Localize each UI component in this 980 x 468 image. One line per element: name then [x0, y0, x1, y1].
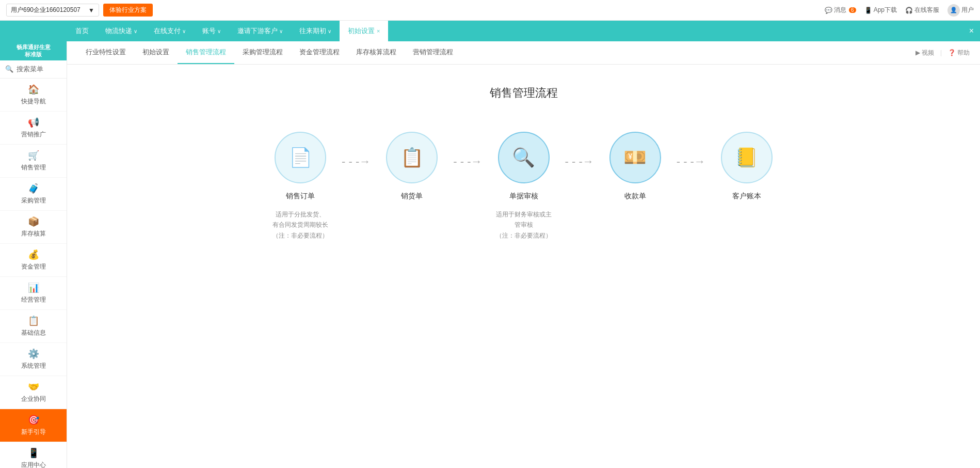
flow-arrow-2: - - -→ [453, 132, 482, 168]
logo-line1: 畅库通好生意 [17, 43, 51, 51]
search-icon: 🔍 [5, 65, 13, 73]
step-circle-销货单[interactable]: 📋 [386, 132, 438, 183]
subtab-库存核算流程[interactable]: 库存核算流程 [348, 41, 405, 64]
sidebar-item-finance[interactable]: 💰资金管理 [0, 244, 67, 277]
quick-nav-icon: 🏠 [28, 84, 39, 95]
step-circle-单据审核[interactable]: 🔍 [498, 132, 550, 183]
sidebar-item-system[interactable]: ⚙️系统管理 [0, 343, 67, 376]
finance-icon: 💰 [28, 249, 39, 260]
inventory-icon: 📦 [28, 216, 39, 227]
sidebar-item-operations[interactable]: 📊经营管理 [0, 277, 67, 310]
step-circle-销售订单[interactable]: 📄 [275, 132, 326, 183]
sidebar-logo: 畅库通好生意 标准版 [0, 41, 67, 60]
step-circle-收款单[interactable]: 💴 [609, 132, 661, 183]
flow-step-客户账本: 📒客户账本 [705, 132, 788, 201]
video-link[interactable]: ▶ 视频 [915, 49, 934, 57]
subtab-初始设置[interactable]: 初始设置 [134, 41, 178, 64]
trial-button[interactable]: 体验行业方案 [103, 4, 153, 17]
help-link[interactable]: ❓ 帮助 [948, 49, 970, 57]
user-selector[interactable]: 用户690企业1660120507 ▼ [6, 4, 99, 17]
subtab-行业特性设置[interactable]: 行业特性设置 [77, 41, 134, 64]
user-item[interactable]: 👤 用户 [947, 4, 974, 17]
navbar: 首页物流快递 ∨在线支付 ∨账号 ∨邀请下游客户 ∨往来期初 ∨初始设置 × × [0, 21, 980, 41]
online-service-item[interactable]: 🎧 在线客服 [905, 6, 939, 14]
sidebar-items: 🏠快捷导航📢营销推广🛒销售管理🧳采购管理📦库存核算💰资金管理📊经营管理📋基础信息… [0, 79, 67, 468]
step-name-销售订单: 销售订单 [286, 192, 315, 201]
online-service-label: 在线客服 [914, 6, 939, 14]
headset-icon: 🎧 [905, 7, 913, 14]
nav-close-icon[interactable]: × [377, 28, 380, 34]
nav-item-账号[interactable]: 账号 ∨ [194, 21, 229, 41]
step-name-客户账本: 客户账本 [732, 192, 761, 201]
nav-item-物流快递[interactable]: 物流快递 ∨ [97, 21, 146, 41]
question-icon: ❓ [948, 49, 956, 56]
topbar-right: 💬 消息 6 📱 App下载 🎧 在线客服 👤 用户 [825, 4, 974, 17]
flow-arrow-1: - - -→ [342, 132, 371, 168]
sidebar-item-enterprise-collab[interactable]: 🤝企业协同 [0, 376, 67, 409]
nav-close-main[interactable]: × [969, 26, 974, 36]
main-content: 行业特性设置初始设置销售管理流程采购管理流程资金管理流程库存核算流程营销管理流程… [67, 41, 980, 468]
flow-content: 销售管理流程 📄销售订单适用于分批发货、 有合同发货周期较长 （注：非必要流程）… [67, 65, 980, 261]
sales-icon: 🛒 [28, 150, 39, 161]
finance-label: 资金管理 [21, 262, 46, 271]
nav-item-初始设置[interactable]: 初始设置 × [340, 21, 388, 41]
base-info-label: 基础信息 [21, 329, 46, 337]
subtabs-items: 行业特性设置初始设置销售管理流程采购管理流程资金管理流程库存核算流程营销管理流程 [77, 41, 461, 64]
flow-step-销货单: 📋销货单 [371, 132, 453, 201]
nav-item-在线支付[interactable]: 在线支付 ∨ [146, 21, 194, 41]
step-desc-单据审核: 适用于财务审核或主 管审核 （注：非必要流程） [496, 209, 552, 241]
subtab-销售管理流程[interactable]: 销售管理流程 [178, 41, 234, 64]
subtab-营销管理流程[interactable]: 营销管理流程 [405, 41, 461, 64]
messages-badge: 6 [849, 7, 856, 13]
subtab-采购管理流程[interactable]: 采购管理流程 [234, 41, 291, 64]
nav-item-首页[interactable]: 首页 [67, 21, 97, 41]
base-info-icon: 📋 [28, 315, 39, 326]
system-icon: ⚙️ [28, 348, 39, 360]
user-name-label: 用户 [961, 6, 974, 14]
sidebar-search[interactable]: 🔍 搜索菜单 [0, 60, 67, 79]
subtabs-right: ▶ 视频 | ❓ 帮助 [915, 49, 970, 57]
help-label: 帮助 [957, 49, 970, 57]
purchase-icon: 🧳 [28, 183, 39, 194]
sidebar-item-marketing[interactable]: 📢营销推广 [0, 112, 67, 145]
sidebar-item-app-center[interactable]: 📱应用中心 [0, 442, 67, 468]
step-desc-销售订单: 适用于分批发货、 有合同发货周期较长 （注：非必要流程） [272, 209, 328, 241]
step-name-销货单: 销货单 [401, 192, 423, 201]
quick-nav-label: 快捷导航 [21, 97, 46, 106]
play-icon: ▶ [915, 49, 920, 56]
nav-arrow-icon: ∨ [134, 28, 137, 34]
nav-arrow-icon: ∨ [328, 28, 331, 34]
search-label: 搜索菜单 [17, 65, 43, 74]
inventory-label: 库存核算 [21, 229, 46, 238]
video-label: 视频 [922, 49, 934, 57]
flow-step-单据审核: 🔍单据审核适用于财务审核或主 管审核 （注：非必要流程） [483, 132, 565, 241]
messages-item[interactable]: 💬 消息 6 [825, 6, 856, 14]
sidebar-item-quick-nav[interactable]: 🏠快捷导航 [0, 79, 67, 112]
divider: | [940, 49, 942, 56]
app-center-icon: 📱 [28, 447, 39, 459]
nav-item-邀请下游客户[interactable]: 邀请下游客户 ∨ [229, 21, 291, 41]
sidebar-item-sales[interactable]: 🛒销售管理 [0, 145, 67, 178]
nav-item-往来期初[interactable]: 往来期初 ∨ [291, 21, 340, 41]
flow-arrow-4: - - -→ [677, 132, 705, 168]
messages-label: 消息 [834, 6, 846, 14]
logo-line2: 标准版 [25, 51, 42, 58]
enterprise-collab-label: 企业协同 [21, 395, 46, 403]
app-download-label: App下载 [874, 6, 897, 14]
step-name-收款单: 收款单 [624, 192, 646, 201]
operations-icon: 📊 [28, 282, 39, 293]
system-label: 系统管理 [21, 362, 46, 370]
flow-step-收款单: 💴收款单 [594, 132, 677, 201]
sidebar-item-purchase[interactable]: 🧳采购管理 [0, 178, 67, 211]
sidebar-item-base-info[interactable]: 📋基础信息 [0, 310, 67, 343]
sidebar-item-new-guide[interactable]: 🎯新手引导 [0, 409, 67, 442]
subtab-资金管理流程[interactable]: 资金管理流程 [291, 41, 348, 64]
app-download-item[interactable]: 📱 App下载 [864, 6, 897, 14]
flow-arrow-3: - - -→ [565, 132, 594, 168]
app-center-label: 应用中心 [21, 461, 46, 468]
topbar: 用户690企业1660120507 ▼ 体验行业方案 💬 消息 6 📱 App下… [0, 0, 980, 21]
nav-arrow-icon: ∨ [217, 28, 221, 34]
sidebar-item-inventory[interactable]: 📦库存核算 [0, 211, 67, 244]
step-circle-客户账本[interactable]: 📒 [721, 132, 773, 183]
sidebar: 畅库通好生意 标准版 🔍 搜索菜单 🏠快捷导航📢营销推广🛒销售管理🧳采购管理📦库… [0, 41, 67, 468]
